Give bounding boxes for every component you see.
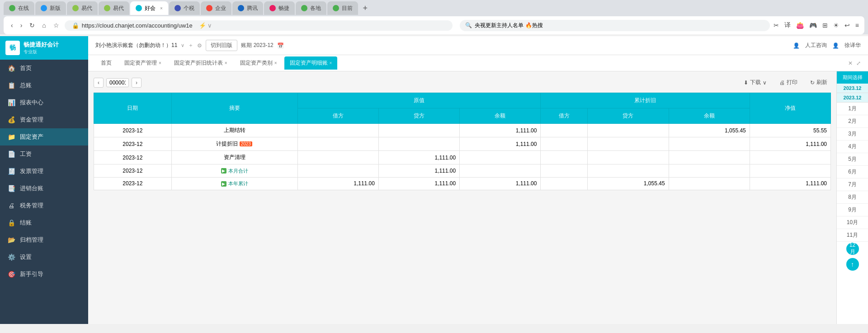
tab-asset-detail-ledger[interactable]: 固定资产明细账 × bbox=[284, 56, 338, 70]
sidebar-item-purchase-sales[interactable]: 📑 进销台账 bbox=[0, 180, 88, 197]
period-date-1[interactable]: 2023.12 bbox=[837, 84, 868, 93]
browser-tab-haohui[interactable]: 好会 × bbox=[130, 1, 168, 15]
sidebar-item-archive[interactable]: 📂 归档管理 bbox=[0, 231, 88, 249]
sun-icon[interactable]: ☀ bbox=[833, 22, 839, 29]
sidebar-item-fixed-assets[interactable]: 📁 固定资产 bbox=[0, 128, 88, 145]
sidebar-item-home[interactable]: 🏠 首页 bbox=[0, 60, 88, 77]
period-month-item[interactable]: 12月 bbox=[846, 243, 859, 255]
sidebar-item-label: 工资 bbox=[20, 150, 32, 158]
tab-label: 畅捷 bbox=[278, 5, 289, 12]
browser-tab-new[interactable]: 新版 bbox=[35, 1, 66, 15]
translate-icon[interactable]: 译 bbox=[784, 21, 791, 29]
browser-tab-online[interactable]: 在线 bbox=[4, 1, 34, 15]
undo-icon[interactable]: ↩ bbox=[844, 22, 850, 29]
home-button[interactable]: ⌂ bbox=[40, 21, 47, 30]
new-tab-button[interactable]: + bbox=[359, 2, 372, 14]
user-label[interactable]: 徐译华 bbox=[844, 42, 861, 49]
menu-icon[interactable]: ≡ bbox=[855, 22, 859, 29]
sidebar-header: 畅 畅捷通好会计 专业版 bbox=[0, 36, 88, 60]
tab-favicon bbox=[238, 5, 244, 11]
tab-label: 腾讯 bbox=[247, 5, 258, 12]
sidebar-item-settings[interactable]: ⚙️ 设置 bbox=[0, 249, 88, 266]
search-bar[interactable]: 🔍 央视更新主持人名单 🔥热搜 bbox=[460, 20, 769, 31]
browser-tab-yidai2[interactable]: 易代 bbox=[99, 1, 129, 15]
table-row-date: 2023-12 bbox=[94, 177, 172, 190]
browser-tab-muqian[interactable]: 目前 bbox=[327, 1, 358, 15]
browser-tab-geshui[interactable]: 个税 bbox=[169, 1, 200, 15]
period-month-item[interactable]: 4月 bbox=[837, 141, 868, 153]
sidebar-item-funds[interactable]: 💰 资金管理 bbox=[0, 111, 88, 128]
download-button[interactable]: ⬇ 下载 ∨ bbox=[740, 77, 770, 88]
sidebar-item-tax[interactable]: 🖨 税务管理 bbox=[0, 197, 88, 214]
tab-close-icon[interactable]: × bbox=[225, 61, 227, 66]
period-month-item[interactable]: 9月 bbox=[837, 204, 868, 216]
period-month-item[interactable]: 5月 bbox=[837, 153, 868, 166]
period-date-2[interactable]: 2023.12 bbox=[837, 93, 868, 103]
tab-close-icon[interactable]: × bbox=[160, 6, 163, 11]
browser-tab-qiye[interactable]: 企业 bbox=[201, 1, 231, 15]
sidebar-item-label: 首页 bbox=[20, 64, 32, 72]
expand-icon[interactable]: ⤢ bbox=[856, 60, 861, 66]
browser-tab-gedi[interactable]: 各地 bbox=[296, 1, 326, 15]
tab-close-icon[interactable]: × bbox=[330, 61, 332, 66]
sidebar-item-general-ledger[interactable]: 📋 总账 bbox=[0, 77, 88, 94]
table-row-net: 55.55 bbox=[750, 124, 830, 137]
dropdown-icon: ∨ bbox=[763, 80, 767, 86]
scissors-icon[interactable]: ✂ bbox=[774, 22, 779, 29]
game-icon[interactable]: 🎮 bbox=[809, 22, 817, 29]
period-month-item[interactable]: 8月 bbox=[837, 191, 868, 204]
ledger-icon: 📋 bbox=[7, 81, 15, 89]
tab-home[interactable]: 首页 bbox=[95, 56, 117, 70]
dropdown-icon[interactable]: ∨ bbox=[181, 42, 184, 48]
url-bar[interactable]: 🔒 https://cloud.chanjet.com/accounting/u… bbox=[65, 20, 453, 31]
sidebar-item-reports[interactable]: 📊 报表中心 bbox=[0, 94, 88, 111]
print-button[interactable]: 🖨 打印 bbox=[776, 77, 801, 88]
page-tabs: 首页 固定资产管理 × 固定资产折旧统计表 × 固定资产类别 × 固定资产明细账… bbox=[88, 55, 868, 71]
wallet-icon[interactable]: 👛 bbox=[796, 22, 804, 29]
search-icon: 🔍 bbox=[465, 22, 472, 28]
period-month-item[interactable]: 2月 bbox=[837, 115, 868, 128]
page-next-button[interactable]: › bbox=[132, 78, 142, 88]
refresh-button[interactable]: ↻ 刷新 bbox=[807, 77, 831, 88]
switch-version-button[interactable]: 切到旧版 bbox=[206, 40, 237, 51]
period-month-item[interactable]: 10月 bbox=[837, 216, 868, 229]
tab-close-icon[interactable]: × bbox=[274, 61, 277, 66]
table-row-date: 2023-12 bbox=[94, 151, 172, 164]
browser-tab-changjie[interactable]: 畅捷 bbox=[264, 1, 295, 15]
tab-favicon bbox=[72, 5, 79, 11]
tab-asset-category[interactable]: 固定资产类别 × bbox=[235, 56, 283, 70]
tab-favicon bbox=[104, 5, 110, 11]
table-row-summary: ▶本年累计 bbox=[171, 177, 297, 190]
sidebar-item-label: 归档管理 bbox=[20, 236, 43, 244]
settings-company-icon[interactable]: ⚙ bbox=[197, 42, 202, 49]
close-tab-icon[interactable]: ✕ bbox=[848, 60, 853, 66]
tab-label: 易代 bbox=[113, 5, 124, 12]
page-number-input[interactable] bbox=[106, 78, 129, 87]
back-button[interactable]: ‹ bbox=[9, 21, 15, 30]
add-company-icon[interactable]: ＋ bbox=[188, 42, 193, 49]
forward-button[interactable]: › bbox=[19, 21, 24, 30]
period-month-item[interactable]: 7月 bbox=[837, 178, 868, 191]
bookmark-button[interactable]: ☆ bbox=[52, 21, 61, 30]
period-up-button[interactable]: ↑ bbox=[846, 258, 859, 271]
refresh-button[interactable]: ↻ bbox=[28, 21, 37, 30]
support-label[interactable]: 人工咨询 bbox=[805, 42, 827, 49]
period-month-item[interactable]: 11月 bbox=[837, 229, 868, 242]
page-prev-button[interactable]: ‹ bbox=[94, 78, 104, 88]
sidebar-item-guide[interactable]: 🎯 新手引导 bbox=[0, 266, 88, 283]
grid-icon[interactable]: ⊞ bbox=[822, 22, 828, 29]
tab-favicon bbox=[269, 5, 276, 11]
period-month-item[interactable]: 3月 bbox=[837, 128, 868, 141]
browser-tab-tengxun[interactable]: 腾讯 bbox=[232, 1, 263, 15]
period-month-item[interactable]: 1月 bbox=[837, 103, 868, 115]
period-month-item[interactable]: 6月 bbox=[837, 166, 868, 178]
sidebar-item-closing[interactable]: 🔒 结账 bbox=[0, 214, 88, 231]
browser-tab-yidai1[interactable]: 易代 bbox=[67, 1, 98, 15]
sidebar-item-payroll[interactable]: 📄 工资 bbox=[0, 145, 88, 163]
toolbar-actions: ⬇ 下载 ∨ 🖨 打印 ↻ 刷新 bbox=[740, 77, 831, 88]
tab-close-icon[interactable]: × bbox=[159, 61, 161, 66]
tab-fixed-asset-mgmt[interactable]: 固定资产管理 × bbox=[119, 56, 167, 70]
tab-depreciation-stats[interactable]: 固定资产折旧统计表 × bbox=[169, 56, 233, 70]
sidebar-item-invoice[interactable]: 🧾 发票管理 bbox=[0, 163, 88, 180]
calendar-icon[interactable]: 📅 bbox=[277, 42, 284, 49]
